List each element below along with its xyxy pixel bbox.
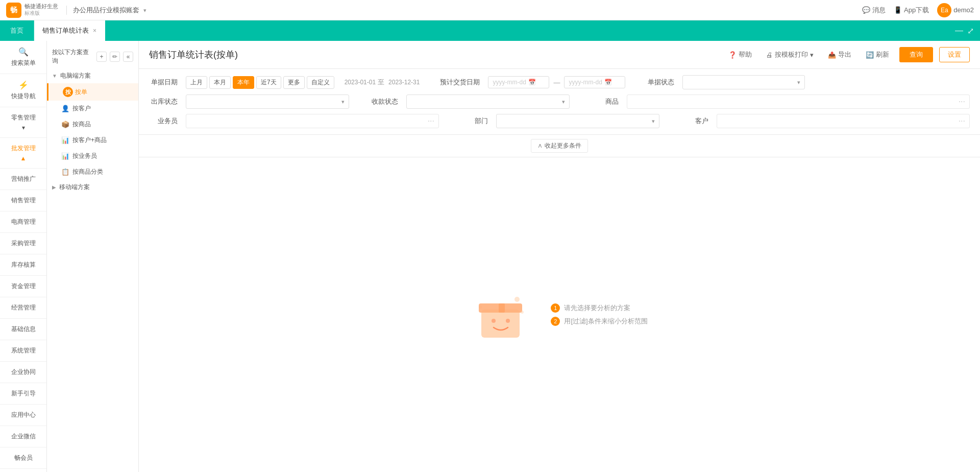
message-icon: 💬 <box>862 6 870 14</box>
tree-item-order[interactable]: 按 按单 <box>47 83 138 101</box>
top-bar-right: 💬 消息 📱 App下载 Ea demo2 <box>862 3 974 17</box>
message-btn[interactable]: 💬 消息 <box>862 6 886 15</box>
customer-label: 客户 <box>680 116 708 126</box>
sidebar-item-wholesale[interactable]: 批发管理 ▲ <box>0 138 46 169</box>
window-minimize-btn[interactable]: — <box>955 26 963 35</box>
tree-item-customer-goods[interactable]: 📊 按客户+商品 <box>47 132 138 148</box>
date-btn-this-year[interactable]: 本年 <box>233 76 254 89</box>
logo-area: 畅 畅捷通好生意 标准版 <box>6 3 58 18</box>
sidebar-item-guide[interactable]: 新手引导 <box>0 383 46 405</box>
payment-arrow: ▾ <box>562 99 565 105</box>
tree-item-goods[interactable]: 📦 按商品 <box>47 116 138 132</box>
customer-dots[interactable]: ··· <box>959 116 965 126</box>
sidebar-item-appcenter[interactable]: 应用中心 <box>0 405 46 426</box>
mobile-group-arrow: ▶ <box>52 184 56 190</box>
panel-collapse-btn[interactable]: « <box>123 52 133 62</box>
sidebar-item-purchase[interactable]: 采购管理 <box>0 233 46 254</box>
payment-status-select[interactable]: ▾ <box>406 95 570 109</box>
sidebar-item-retail[interactable]: 零售管理 ▾ <box>0 107 46 138</box>
hint-num-1: 1 <box>551 303 560 313</box>
tree-item-category[interactable]: 📋 按商品分类 <box>47 164 138 180</box>
expected-date-range: yyyy-mm-dd 📅 — yyyy-mm-dd 📅 <box>488 76 625 88</box>
print-icon: 🖨 <box>766 51 773 59</box>
app-title[interactable]: 办公用品行业模拟账套 ▾ <box>66 6 146 15</box>
sidebar-item-wechat[interactable]: 企业微信 <box>0 426 46 447</box>
pc-group-arrow: ▼ <box>52 73 57 79</box>
sidebar-item-marketing[interactable]: 营销推广 <box>0 169 46 190</box>
query-button[interactable]: 查询 <box>899 47 933 62</box>
refresh-btn[interactable]: 🔄 刷新 <box>862 48 893 61</box>
delivery-label: 出库状态 <box>149 97 178 106</box>
empty-hint-2: 2 用[过滤]条件来缩小分析范围 <box>551 317 647 326</box>
tree-mobile-section: ▶ 移动端方案 <box>47 180 138 195</box>
sidebar-item-ecommerce[interactable]: 电商管理 <box>0 211 46 233</box>
customer-icon: 👤 <box>61 105 69 112</box>
goods-input[interactable]: ··· <box>627 95 970 109</box>
logo-sub: 标准版 <box>24 10 58 17</box>
sidebar-item-enterprise[interactable]: 企业协同 <box>0 362 46 383</box>
date-btn-last-month[interactable]: 上月 <box>186 76 207 89</box>
tab-sales-stats[interactable]: 销售订单统计表 × <box>34 20 105 41</box>
customer-input[interactable]: ··· <box>717 114 970 128</box>
quicknav-icon: ⚡ <box>18 80 29 90</box>
export-btn[interactable]: 📤 导出 <box>824 48 855 61</box>
tab-bar-right: — ⤢ <box>955 26 980 36</box>
main-layout: 🔍 搜索菜单 ⚡ 快捷导航 零售管理 ▾ 批发管理 ▲ 营销推广 销售管理 电商… <box>0 41 980 472</box>
svg-point-5 <box>514 297 520 302</box>
app-title-arrow: ▾ <box>143 7 146 13</box>
tree-pc-group[interactable]: ▼ 电脑端方案 <box>47 68 138 83</box>
panel-add-btn[interactable]: + <box>96 52 107 62</box>
panel-edit-btn[interactable]: ✏ <box>110 52 120 62</box>
salesperson-dots[interactable]: ··· <box>428 116 434 126</box>
sidebar-item-operations[interactable]: 经营管理 <box>0 297 46 319</box>
salesperson-input[interactable]: ··· <box>186 114 439 128</box>
logo-icon: 畅 <box>6 3 21 18</box>
empty-illustration <box>471 284 532 345</box>
filter-row-1: 单据日期 上月 本月 本年 近7天 更多 自定义 2023-01-01 至 20… <box>149 75 970 89</box>
filter-area: 单据日期 上月 本月 本年 近7天 更多 自定义 2023-01-01 至 20… <box>139 69 980 135</box>
date-from-text: 2023-01-01 <box>345 79 376 86</box>
avatar: Ea <box>937 3 951 17</box>
sidebar-item-member[interactable]: 畅会员 <box>0 447 46 469</box>
dept-arrow: ▾ <box>652 118 655 125</box>
help-btn[interactable]: ❓ 帮助 <box>724 48 756 61</box>
tab-close-icon[interactable]: × <box>93 27 96 34</box>
sidebar-item-sales[interactable]: 销售管理 <box>0 190 46 211</box>
calendar-icon-2: 📅 <box>604 79 612 86</box>
filter-row-3: 业务员 ··· 部门 ▾ 客户 ··· <box>149 114 970 128</box>
setting-button[interactable]: 设置 <box>939 47 970 62</box>
download-icon: 📱 <box>894 6 902 14</box>
window-maximize-btn[interactable]: ⤢ <box>967 26 974 36</box>
tree-item-salesperson[interactable]: 📊 按业务员 <box>47 148 138 164</box>
delivery-status-select[interactable]: ▾ <box>186 95 349 109</box>
sidebar-item-finance[interactable]: 资金管理 <box>0 276 46 297</box>
template-print-btn[interactable]: 🖨 按模板打印 ▾ <box>762 48 818 61</box>
tree-mobile-group[interactable]: ▶ 移动端方案 <box>47 180 138 195</box>
collapse-btn[interactable]: ∧ 收起更多条件 <box>531 139 587 153</box>
sidebar-item-quicknav[interactable]: ⚡ 快捷导航 <box>0 74 46 107</box>
date-btn-more[interactable]: 更多 <box>283 76 305 89</box>
app-download-btn[interactable]: 📱 App下载 <box>894 6 929 15</box>
date-btn-this-month[interactable]: 本月 <box>209 76 231 89</box>
goods-dots[interactable]: ··· <box>959 97 965 106</box>
tree-item-customer[interactable]: 👤 按客户 <box>47 101 138 116</box>
date-btn-custom[interactable]: 自定义 <box>307 76 334 89</box>
expected-date-to[interactable]: yyyy-mm-dd 📅 <box>564 76 625 88</box>
filter-row-2: 出库状态 ▾ 收款状态 ▾ 商品 ··· <box>149 95 970 109</box>
svg-point-7 <box>521 311 524 314</box>
order-status-select[interactable]: ▾ <box>682 75 805 89</box>
svg-point-4 <box>506 319 510 323</box>
page-title: 销售订单统计表(按单) <box>149 49 238 61</box>
expected-date-from[interactable]: yyyy-mm-dd 📅 <box>488 76 549 88</box>
svg-point-3 <box>492 319 496 323</box>
tab-home[interactable]: 首页 <box>0 20 34 41</box>
sidebar-item-basic-info[interactable]: 基础信息 <box>0 319 46 340</box>
department-select[interactable]: ▾ <box>496 114 659 128</box>
export-icon: 📤 <box>828 51 836 59</box>
sidebar-item-system[interactable]: 系统管理 <box>0 340 46 362</box>
sidebar-item-search[interactable]: 🔍 搜索菜单 <box>0 41 46 74</box>
sidebar-item-inventory[interactable]: 库存核算 <box>0 254 46 276</box>
cg-icon: 📊 <box>61 136 69 144</box>
date-btn-7days[interactable]: 近7天 <box>256 76 281 89</box>
user-menu[interactable]: Ea demo2 <box>937 3 974 17</box>
